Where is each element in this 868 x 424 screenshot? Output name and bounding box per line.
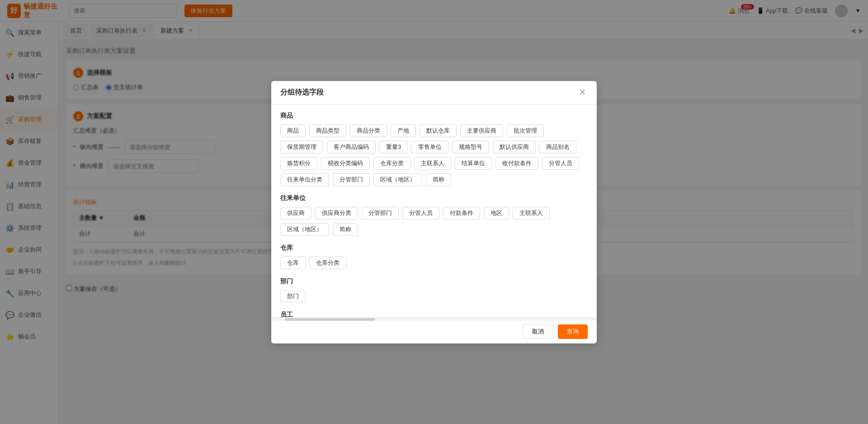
field-tag-warehouse-0[interactable]: 仓库 [280,257,306,269]
field-tag-partners-4[interactable]: 付款条件 [443,207,480,219]
field-tag-products-17[interactable]: 主联系人 [414,157,451,170]
field-section-title-department: 部门 [280,277,588,286]
field-tag-products-18[interactable]: 结算单位 [455,157,492,170]
field-tag-warehouse-1[interactable]: 仓库分类 [309,257,346,269]
field-tag-products-7[interactable]: 保质期管理 [280,141,323,153]
field-tag-products-23[interactable]: 区域（地区） [373,173,422,186]
field-tag-products-4[interactable]: 默认仓库 [420,124,457,137]
field-tag-partners-1[interactable]: 供应商分类 [315,207,358,219]
field-tag-products-14[interactable]: 炼货积分 [280,157,317,170]
field-tag-products-16[interactable]: 仓库分类 [373,157,410,170]
field-tag-partners-5[interactable]: 地区 [484,207,509,219]
field-tag-products-1[interactable]: 商品类型 [309,124,346,137]
field-tag-partners-7[interactable]: 区域（地区） [280,223,329,236]
field-tag-products-13[interactable]: 商品别名 [539,141,576,153]
field-section-department: 部门部门 [280,277,588,303]
field-tags-warehouse: 仓库仓库分类 [280,257,588,269]
field-tag-products-3[interactable]: 产地 [391,124,416,137]
field-tag-department-0[interactable]: 部门 [280,290,306,303]
field-section-warehouse: 仓库仓库仓库分类 [280,244,588,269]
hscroll-thumb [285,318,375,321]
field-tag-products-6[interactable]: 批次管理 [507,124,544,137]
field-section-products: 商品商品商品类型商品分类产地默认仓库主要供应商批次管理保质期管理客户商品编码重量… [280,112,588,186]
field-tag-partners-3[interactable]: 分管人员 [402,207,439,219]
field-tags-department: 部门 [280,290,588,303]
field-tag-products-20[interactable]: 分管人员 [542,157,579,170]
field-tag-products-19[interactable]: 收付款条件 [495,157,538,170]
modal-cancel-btn[interactable]: 取消 [523,324,553,339]
field-section-title-products: 商品 [280,112,588,120]
field-tag-products-8[interactable]: 客户商品编码 [327,141,376,153]
modal-footer: 取消 查询 [271,320,597,343]
modal-body: 商品商品商品类型商品分类产地默认仓库主要供应商批次管理保质期管理客户商品编码重量… [271,105,597,317]
field-tag-products-10[interactable]: 零售单位 [411,141,448,153]
field-tag-partners-2[interactable]: 分管部门 [362,207,399,219]
modal-hscroll [271,317,597,320]
field-tag-products-22[interactable]: 分管部门 [333,173,370,186]
field-select-modal: 分组待选字段 ✕ 商品商品商品类型商品分类产地默认仓库主要供应商批次管理保质期管… [271,81,597,343]
field-tag-partners-6[interactable]: 主联系人 [513,207,550,219]
field-section-title-partners: 往来单位 [280,194,588,202]
field-tags-products: 商品商品类型商品分类产地默认仓库主要供应商批次管理保质期管理客户商品编码重量3零… [280,124,588,186]
field-tag-products-9[interactable]: 重量3 [379,141,408,153]
field-tag-products-15[interactable]: 税收分类编码 [321,157,370,170]
field-tag-products-2[interactable]: 商品分类 [350,124,387,137]
field-tags-partners: 供应商供应商分类分管部门分管人员付款条件地区主联系人区域（地区）简称 [280,207,588,236]
modal-confirm-btn[interactable]: 查询 [558,324,588,339]
field-section-staff: 员工业务员 [280,311,588,317]
field-tag-products-11[interactable]: 规格型号 [452,141,489,153]
field-tag-products-12[interactable]: 默认供应商 [493,141,536,153]
modal-header: 分组待选字段 ✕ [271,81,597,105]
field-tag-products-21[interactable]: 往来单位分类 [280,173,329,186]
field-tag-products-5[interactable]: 主要供应商 [460,124,503,137]
field-section-title-warehouse: 仓库 [280,244,588,252]
field-tag-products-24[interactable]: 简称 [426,173,451,186]
modal-title: 分组待选字段 [280,88,324,97]
field-tag-partners-0[interactable]: 供应商 [280,207,311,219]
modal-close-btn[interactable]: ✕ [577,87,588,98]
field-section-partners: 往来单位供应商供应商分类分管部门分管人员付款条件地区主联系人区域（地区）简称 [280,194,588,236]
field-tag-products-0[interactable]: 商品 [280,124,306,137]
field-tag-partners-8[interactable]: 简称 [333,223,358,236]
field-section-title-staff: 员工 [280,311,588,317]
